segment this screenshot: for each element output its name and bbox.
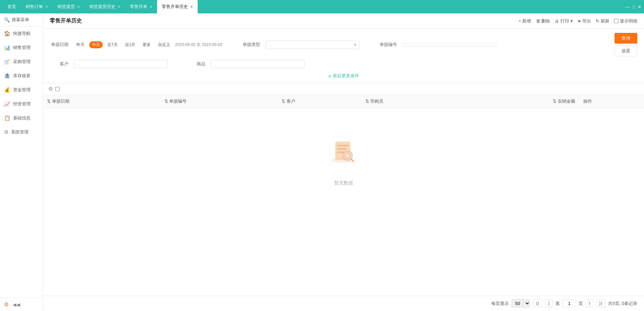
sidebar-item-sales[interactable]: 📊 销售管理: [0, 41, 43, 55]
empty-icon: [327, 135, 360, 175]
sidebar-item-quick-nav[interactable]: 🏠 快捷导航: [0, 27, 43, 41]
close-tab-retail-order[interactable]: ✕: [149, 5, 152, 9]
goods-input[interactable]: ...: [211, 60, 305, 68]
close-tab-retail-history[interactable]: ✕: [190, 5, 193, 9]
sidebar-bottom: ⚙ ◀◀: [0, 298, 43, 311]
operations-icon: 📈: [4, 101, 10, 107]
col-number-label: ⇅ 单据编号: [164, 99, 187, 104]
tab-retail-history[interactable]: 零售开单历史 ✕: [157, 0, 198, 13]
empty-row: 暂无数据: [43, 108, 644, 213]
page-number-input[interactable]: [562, 300, 576, 307]
sidebar-item-basic[interactable]: 📋 基础信息: [0, 111, 43, 125]
date-filter-label: 单据日期: [50, 42, 68, 48]
bill-no-input[interactable]: [402, 43, 496, 46]
svg-rect-3: [337, 148, 346, 150]
sidebar: 🔍 搜索采单 🏠 快捷导航 📊 销售管理 🛒 采购管理 🏦 库存核算 💰 资金管…: [0, 13, 43, 311]
col-customer[interactable]: ⇅ 客户: [278, 95, 361, 108]
svg-rect-4: [337, 152, 344, 153]
date-btn-last-month[interactable]: 近1月: [122, 41, 138, 48]
top-tabbar: 首页 销售订单 ✕ 销货退货 ✕ 销货退货历史 ✕ 零售开单 ✕ 零售开单历史 …: [0, 0, 644, 13]
page-label: 第: [555, 301, 560, 307]
bill-type-label: 单据类型: [241, 42, 260, 48]
export-button[interactable]: ➤ 导出: [578, 18, 591, 24]
per-page-label: 每页显示: [491, 301, 509, 307]
empty-text: 暂无数据: [334, 180, 353, 186]
delete-button[interactable]: 🗑 删除: [536, 18, 550, 24]
sidebar-item-system[interactable]: ⚙ 系统管理: [0, 125, 43, 139]
tab-return-history[interactable]: 销货退货历史 ✕: [85, 0, 125, 13]
basic-icon: 📋: [4, 115, 10, 121]
query-button[interactable]: 查询: [614, 33, 637, 44]
data-table: ⇅ 单据日期 ⇅ 单据编号 ⇅ 客户 ⇅ 导购员 ⇅ 实销金额: [43, 95, 644, 213]
tab-return[interactable]: 销货退货 ✕: [53, 0, 85, 13]
date-btn-yesterday[interactable]: 昨天: [74, 41, 87, 48]
purchase-icon: 🛒: [4, 59, 10, 65]
toolbar: + 新增 🗑 删除 🖨 打印 ▾ ➤ 导出 ↻ 刷新: [518, 18, 637, 24]
setting-button[interactable]: 设置: [614, 46, 637, 56]
date-btn-more[interactable]: 更多: [140, 41, 153, 48]
customer-input[interactable]: ...: [74, 60, 168, 68]
tab-retail-order[interactable]: 零售开单 ✕: [125, 0, 157, 13]
add-button[interactable]: + 新增: [518, 18, 531, 24]
date-btn-custom[interactable]: 自定义: [155, 41, 173, 48]
sidebar-item-purchase[interactable]: 🛒 采购管理: [0, 55, 43, 69]
maximize-btn[interactable]: □: [632, 4, 635, 9]
sidebar-item-inventory[interactable]: 🏦 库存核算: [0, 69, 43, 83]
tab-sales-order[interactable]: 销售订单 ✕: [21, 0, 53, 13]
col-guide[interactable]: ⇅ 导购员: [361, 95, 462, 108]
bill-type-select[interactable]: ▾: [265, 41, 359, 49]
date-btn-last7[interactable]: 近7天: [105, 41, 120, 48]
refresh-button[interactable]: ↻ 刷新: [596, 18, 609, 24]
prev-page-button[interactable]: ⟨: [545, 300, 553, 307]
col-date[interactable]: ⇅ 单据日期: [43, 95, 160, 108]
table-toolbar: ⚙: [43, 83, 644, 95]
page-size-select[interactable]: 50 100 200: [511, 299, 530, 308]
col-customer-label: ⇅ 客户: [282, 99, 295, 104]
col-action: 操作: [579, 95, 644, 108]
pagination: 每页显示 50 100 200 ⟨⟨ ⟨ 第 页 ⟩ ⟩⟩ 共0页, 0条记录: [43, 296, 644, 311]
print-button[interactable]: 🖨 打印 ▾: [555, 18, 573, 24]
close-tab-sales-order[interactable]: ✕: [45, 5, 48, 9]
finance-icon: 💰: [4, 87, 10, 93]
table-area: ⚙ ⇅ 单据日期 ⇅ 单据编号 ⇅ 客户: [43, 83, 644, 296]
first-page-button[interactable]: ⟨⟨: [533, 300, 542, 307]
select-all-checkbox[interactable]: [55, 87, 60, 91]
gear-icon[interactable]: ⚙: [4, 301, 9, 308]
customer-placeholder: ...: [77, 61, 81, 66]
toolbar-area: + 新增 🗑 删除 🖨 打印 ▾ ➤ 导出 ↻ 刷新: [518, 18, 637, 24]
close-btn[interactable]: ✕: [638, 4, 641, 9]
sales-icon: 📊: [4, 45, 10, 51]
bill-no-label: 单据编号: [378, 42, 397, 48]
system-icon: ⚙: [4, 129, 8, 135]
table-settings-icon[interactable]: ⚙: [48, 86, 53, 92]
search-icon: 🔍: [4, 17, 10, 22]
sidebar-item-label-5: 经营管理: [13, 101, 31, 107]
collapse-conditions[interactable]: ∧ 收起更多条件: [50, 71, 637, 80]
filter-row-1: 单据日期 昨天 今天 近7天 近1月 更多 自定义 2023-06-02 至 2…: [50, 33, 637, 56]
sidebar-item-label-4: 资金管理: [13, 87, 31, 93]
page-summary: 共0页, 0条记录: [608, 301, 637, 307]
next-page-button[interactable]: ⟩: [586, 300, 593, 307]
customer-label: 客户: [50, 61, 68, 67]
sidebar-item-operations[interactable]: 📈 经营管理: [0, 97, 43, 111]
sidebar-search[interactable]: 🔍 搜索采单: [0, 13, 43, 27]
close-tab-return-history[interactable]: ✕: [117, 5, 120, 9]
empty-state: 暂无数据: [43, 108, 644, 213]
sidebar-item-finance[interactable]: 💰 资金管理: [0, 83, 43, 97]
display-detail-checkbox[interactable]: 显示明细: [614, 18, 637, 24]
home-icon: 🏠: [4, 31, 10, 37]
sidebar-item-label-7: 系统管理: [11, 129, 29, 135]
sidebar-search-label: 搜索采单: [12, 17, 29, 23]
date-btn-today[interactable]: 今天: [89, 41, 103, 48]
sidebar-item-label-1: 销售管理: [13, 45, 31, 51]
col-amount[interactable]: ⇅ 实销金额: [462, 95, 579, 108]
sidebar-item-label-6: 基础信息: [13, 115, 31, 121]
last-page-button[interactable]: ⟩⟩: [596, 300, 605, 307]
tab-home[interactable]: 首页: [3, 0, 21, 13]
display-detail-input[interactable]: [614, 19, 618, 23]
minimize-btn[interactable]: —: [625, 4, 630, 9]
col-number[interactable]: ⇅ 单据编号: [160, 95, 278, 108]
collapse-sidebar-icon[interactable]: ◀◀: [13, 302, 20, 307]
col-date-label: ⇅ 单据日期: [47, 99, 69, 104]
close-tab-return[interactable]: ✕: [77, 5, 80, 9]
